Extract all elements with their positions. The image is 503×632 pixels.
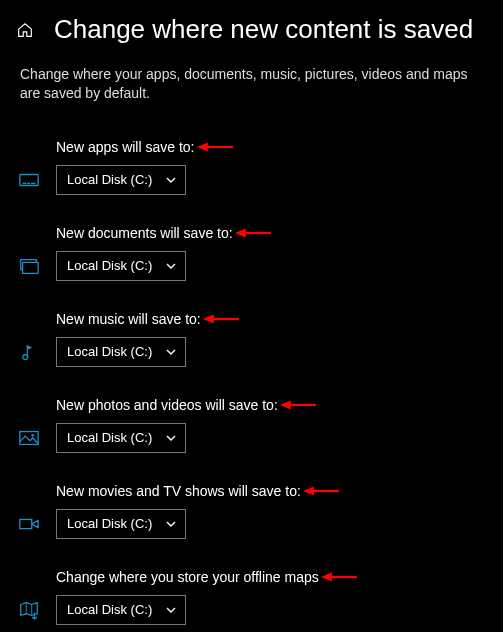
svg-point-6 [31,434,34,437]
movies-location-select[interactable]: Local Disk (C:) [56,509,186,539]
section-label: New music will save to: [56,311,201,327]
chevron-down-icon [165,346,177,358]
pointer-arrow-icon [235,227,271,239]
save-section-apps: New apps will save to: Local Disk (C:) [0,109,503,195]
dropdown-value: Local Disk (C:) [67,344,152,359]
pointer-arrow-icon [303,485,339,497]
photo-icon [18,427,40,449]
pointer-arrow-icon [321,571,357,583]
save-section-maps: Change where you store your offline maps… [0,539,503,625]
svg-rect-2 [31,183,36,184]
dropdown-value: Local Disk (C:) [67,172,152,187]
documents-location-select[interactable]: Local Disk (C:) [56,251,186,281]
maps-location-select[interactable]: Local Disk (C:) [56,595,186,625]
svg-rect-5 [20,431,38,444]
svg-rect-1 [23,183,27,184]
photos-location-select[interactable]: Local Disk (C:) [56,423,186,453]
svg-rect-7 [20,519,32,528]
chevron-down-icon [165,432,177,444]
svg-point-4 [23,354,28,359]
svg-rect-3 [27,183,30,184]
apps-location-select[interactable]: Local Disk (C:) [56,165,186,195]
page-title: Change where new content is saved [54,14,473,45]
app-icon [18,169,40,191]
document-icon [18,255,40,277]
section-label: Change where you store your offline maps [56,569,319,585]
pointer-arrow-icon [197,141,233,153]
chevron-down-icon [165,260,177,272]
music-location-select[interactable]: Local Disk (C:) [56,337,186,367]
video-icon [18,513,40,535]
section-label: New apps will save to: [56,139,195,155]
page-subtitle: Change where your apps, documents, music… [0,51,503,109]
section-label: New movies and TV shows will save to: [56,483,301,499]
section-label: New documents will save to: [56,225,233,241]
chevron-down-icon [165,604,177,616]
chevron-down-icon [165,518,177,530]
save-section-documents: New documents will save to: Local Disk (… [0,195,503,281]
save-section-music: New music will save to: Local Disk (C:) [0,281,503,367]
save-section-photos: New photos and videos will save to: Loca… [0,367,503,453]
home-icon[interactable] [16,21,34,39]
music-icon [18,341,40,363]
dropdown-value: Local Disk (C:) [67,602,152,617]
dropdown-value: Local Disk (C:) [67,430,152,445]
dropdown-value: Local Disk (C:) [67,516,152,531]
save-section-movies: New movies and TV shows will save to: Lo… [0,453,503,539]
dropdown-value: Local Disk (C:) [67,258,152,273]
section-label: New photos and videos will save to: [56,397,278,413]
pointer-arrow-icon [280,399,316,411]
chevron-down-icon [165,174,177,186]
map-icon [18,599,40,621]
pointer-arrow-icon [203,313,239,325]
